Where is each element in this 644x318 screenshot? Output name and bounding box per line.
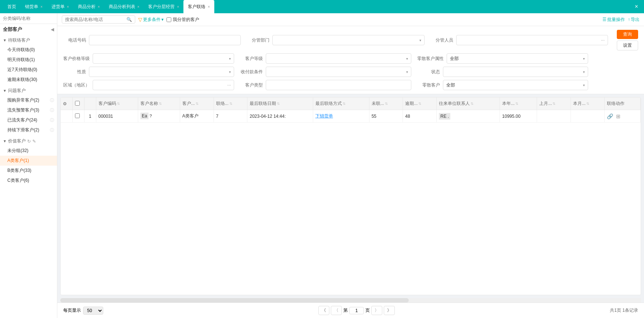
filter-customer-type-input[interactable]	[266, 80, 411, 90]
col-this-month-sort-icon[interactable]: ⇅	[586, 102, 589, 106]
last-page-button[interactable]: 》	[384, 306, 395, 315]
col-code-sort-icon[interactable]: ⇅	[117, 102, 120, 106]
row-last-method-link[interactable]: 下销货单	[315, 113, 333, 119]
my-customer-checkbox[interactable]	[167, 17, 171, 22]
filter-customer-level-select[interactable]: ▾	[266, 53, 411, 64]
row-action-link-icon[interactable]: 🔗	[607, 113, 613, 119]
page-size-select[interactable]: 50 100 200	[83, 307, 103, 315]
nav-customer-contact-close[interactable]: ×	[208, 5, 210, 9]
sidebar-item-class-c[interactable]: C类客户(6)	[0, 176, 57, 186]
filter-person-label: 分管人员	[430, 37, 456, 43]
nav-home[interactable]: 首页	[3, 0, 21, 13]
filter-price-level-select[interactable]: ▾	[93, 53, 234, 64]
filter-region-dots: ···	[227, 82, 231, 88]
hoarding-info-icon: ⓘ	[50, 98, 54, 103]
nav-purchase-close[interactable]: ×	[67, 5, 69, 9]
filter-price-level-label: 客户价格等级	[63, 56, 93, 62]
row-action-grid-icon[interactable]: ⊞	[616, 113, 620, 119]
sidebar-item-ungraded[interactable]: 未分组(32)	[0, 146, 57, 156]
sidebar-item-class-a[interactable]: A类客户(1)	[0, 156, 57, 166]
filter-nature-select[interactable]: ▾	[89, 67, 234, 77]
sidebar-problem-section: ▼ 问题客户 囤购异常客户(2) ⓘ 流失预警客户(3) ⓘ 已流失客户(24)…	[0, 85, 57, 136]
filter-payment-select[interactable]: ▾	[266, 67, 411, 77]
filter-price-level: 客户价格等级 ▾	[63, 53, 234, 64]
sidebar-group-value[interactable]: ▼ 价值客户 ↻ ✎	[0, 137, 57, 146]
sidebar-item-7days[interactable]: 近7天待联络(0)	[0, 65, 57, 75]
nav-purchase[interactable]: 进货单 ×	[47, 0, 74, 13]
filter-retail-select[interactable]: 全部 ▾	[443, 80, 588, 90]
col-type-sort-icon[interactable]: ⇅	[196, 102, 198, 106]
col-name-sort-icon[interactable]: ⇅	[159, 102, 162, 106]
filter-payment-arrow: ▾	[406, 70, 408, 74]
first-page-button[interactable]: 《	[318, 306, 329, 315]
col-last-month-sort-icon[interactable]: ⇅	[552, 102, 555, 106]
next-page-button[interactable]: 〉	[371, 306, 382, 315]
prev-page-button[interactable]: 〈	[331, 306, 342, 315]
sidebar-item-overdue[interactable]: 逾期未联络(30)	[0, 75, 57, 85]
col-this-year-sort-icon[interactable]: ⇅	[515, 102, 518, 106]
batch-icon: ☰	[602, 17, 607, 22]
my-customer-checkbox-label[interactable]: 我分管的客户	[167, 17, 199, 23]
table-select-all-checkbox[interactable]	[75, 101, 80, 106]
sidebar-item-class-b[interactable]: B类客户(33)	[0, 166, 57, 176]
col-contacts-sort-icon[interactable]: ⇅	[229, 102, 232, 106]
gear-icon[interactable]: ⚙	[63, 101, 67, 106]
nav-product-analysis-list-close[interactable]: ×	[137, 5, 140, 9]
col-unit-contact-sort-icon[interactable]: ⇅	[471, 102, 473, 106]
filter-customer-level-label: 客户等级	[240, 56, 266, 62]
filter-region-select[interactable]: ···	[93, 80, 234, 90]
nav-customer-tier-close[interactable]: ×	[177, 5, 179, 9]
nav-sales[interactable]: 销货单 ×	[21, 0, 47, 13]
sidebar-item-tomorrow[interactable]: 明天待联络(1)	[0, 55, 57, 65]
sidebar-item-hoarding[interactable]: 囤购异常客户(2) ⓘ	[0, 95, 57, 105]
sidebar-item-today[interactable]: 今天待联络(0)	[0, 45, 57, 55]
filter-person: 分管人员 ···	[430, 35, 608, 45]
value-edit-icon[interactable]: ✎	[32, 139, 36, 144]
query-button[interactable]: 查询	[617, 30, 638, 39]
nav-customer-contact[interactable]: 客户联络 ×	[183, 0, 214, 13]
filter-panel: 电话号码 分管部门 ▾ 分管人员 ···	[57, 26, 644, 94]
filter-payment: 收付款条件 ▾	[240, 67, 411, 77]
horizontal-scrollbar[interactable]	[60, 298, 641, 303]
horizontal-scrollbar-thumb[interactable]	[60, 298, 409, 303]
sidebar-item-declining[interactable]: 持续下滑客户(2) ⓘ	[0, 125, 57, 135]
col-not-contact-sort-icon[interactable]: ⇅	[385, 102, 388, 106]
nav-customer-tier[interactable]: 客户分层经营 ×	[144, 0, 183, 13]
col-last-date-sort-icon[interactable]: ⇅	[277, 102, 280, 106]
nav-product-analysis[interactable]: 商品分析 ×	[74, 0, 104, 13]
batch-operation-button[interactable]: ☰ 批量操作	[602, 17, 625, 23]
nav-sales-close[interactable]: ×	[40, 5, 43, 9]
filter-retail-attr-select[interactable]: 全部 ▾	[447, 53, 588, 64]
filter-person-select[interactable]: ···	[456, 35, 608, 45]
nav-product-analysis-list[interactable]: 商品分析列表 ×	[104, 0, 144, 13]
sidebar-item-churned[interactable]: 已流失客户(24) ⓘ	[0, 115, 57, 125]
col-last-method-sort-icon[interactable]: ⇅	[343, 102, 346, 106]
table-col-this-month: 本月... ⇅	[571, 98, 605, 110]
filter-retail-label: 零散客户	[417, 82, 443, 88]
row-checkbox[interactable]	[75, 113, 80, 118]
filter-more-button[interactable]: ▽ 更多条件 ▾	[138, 17, 164, 23]
setting-button[interactable]: 设置	[617, 40, 638, 50]
export-button[interactable]: ↑ 导出	[628, 17, 640, 23]
nav-product-analysis-close[interactable]: ×	[98, 5, 100, 9]
sidebar-all-customers[interactable]: 全部客户 ◀	[0, 24, 57, 35]
filter-nature-arrow: ▾	[229, 70, 231, 74]
sidebar-search-input[interactable]	[3, 16, 57, 21]
sidebar-group-problem[interactable]: ▼ 问题客户	[0, 86, 57, 95]
sidebar-group-pending[interactable]: ▼ 待联络客户	[0, 36, 57, 45]
page-number-input[interactable]	[349, 307, 364, 314]
toolbar-search-icon[interactable]: 🔍	[126, 17, 132, 22]
row-gear-cell	[61, 110, 72, 123]
row-action-icons: 🔗 ⊞	[607, 113, 638, 119]
value-refresh-icon[interactable]: ↻	[27, 139, 31, 144]
col-overdue-sort-icon[interactable]: ⇅	[418, 102, 421, 106]
filter-status-select[interactable]: ▾	[443, 67, 588, 77]
window-close-button[interactable]: ×	[632, 3, 641, 10]
filter-dept-select[interactable]: ▾	[272, 35, 424, 45]
filter-retail-arrow: ▾	[583, 83, 585, 87]
top-nav: 首页 销货单 × 进货单 × 商品分析 × 商品分析列表 × 客户分层经营 × …	[0, 0, 644, 13]
filter-dept-label: 分管部门	[247, 37, 272, 43]
toolbar-search-input[interactable]	[65, 17, 126, 22]
sidebar-item-churn-warning[interactable]: 流失预警客户(3) ⓘ	[0, 105, 57, 115]
filter-phone-input[interactable]	[89, 35, 241, 45]
